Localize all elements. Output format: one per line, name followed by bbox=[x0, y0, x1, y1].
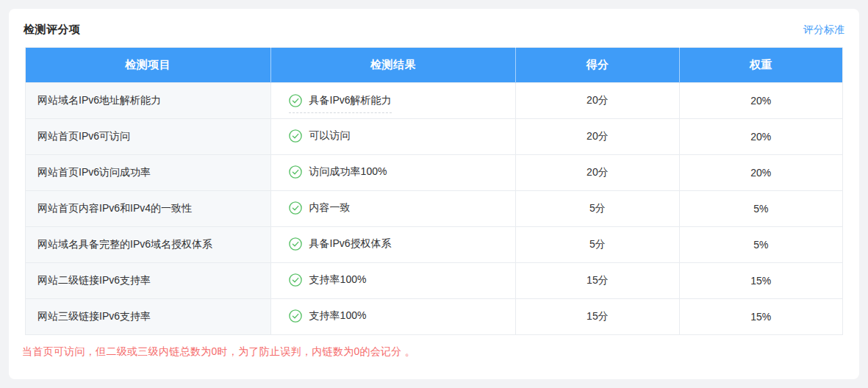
detect-result-cell: 具备IPv6解析能力 bbox=[270, 83, 516, 119]
table-row: 网站首页IPv6访问成功率 访问成功率100% 20分 20% bbox=[26, 155, 843, 191]
detect-result-label: 支持率100% bbox=[309, 273, 367, 287]
detect-result-label: 具备IPv6授权体系 bbox=[309, 237, 392, 251]
check-circle-icon bbox=[289, 273, 302, 287]
footnote-warning: 当首页可访问，但二级或三级内链总数为0时，为了防止误判，内链数为0的会记分 。 bbox=[22, 345, 846, 359]
table-row: 网站二级链接IPv6支持率 支持率100% 15分 15% bbox=[26, 263, 843, 299]
detect-result: 支持率100% bbox=[289, 273, 367, 287]
column-header-item: 检测项目 bbox=[26, 48, 271, 83]
detect-score-card: 检测评分项 评分标准 检测项目 检测结果 得分 权重 网站域名IPv6地址解析能… bbox=[9, 9, 859, 379]
weight-cell: 15% bbox=[679, 263, 842, 299]
score-cell: 20分 bbox=[516, 83, 679, 119]
detect-result-cell: 内容一致 bbox=[270, 191, 516, 227]
detect-item-cell: 网站首页内容IPv6和IPv4的一致性 bbox=[26, 191, 271, 227]
detect-result-cell: 支持率100% bbox=[270, 263, 516, 299]
score-cell: 20分 bbox=[516, 119, 679, 155]
check-circle-icon bbox=[289, 165, 302, 179]
score-standard-link[interactable]: 评分标准 bbox=[803, 24, 844, 37]
score-cell: 5分 bbox=[516, 191, 679, 227]
table-row: 网站域名IPv6地址解析能力 具备IPv6解析能力 20分 20% bbox=[26, 83, 843, 119]
detect-item-label: 网站首页IPv6访问成功率 bbox=[37, 166, 151, 178]
detect-item-label: 网站首页内容IPv6和IPv4的一致性 bbox=[37, 202, 192, 214]
weight-cell: 15% bbox=[679, 299, 842, 335]
check-circle-icon bbox=[289, 237, 302, 251]
weight-cell: 20% bbox=[679, 119, 842, 155]
detect-result: 具备IPv6授权体系 bbox=[289, 237, 392, 251]
detect-result-cell: 具备IPv6授权体系 bbox=[270, 227, 516, 263]
detect-result-label: 具备IPv6解析能力 bbox=[309, 94, 392, 107]
table-row: 网站域名具备完整的IPv6域名授权体系 具备IPv6授权体系 5分 5% bbox=[26, 227, 843, 263]
detect-result-label: 支持率100% bbox=[309, 309, 367, 323]
weight-cell: 20% bbox=[679, 83, 842, 119]
detect-item-label: 网站域名具备完整的IPv6域名授权体系 bbox=[37, 238, 212, 250]
detect-result-cell: 访问成功率100% bbox=[270, 155, 516, 191]
page-title: 检测评分项 bbox=[24, 23, 81, 37]
detect-item-label: 网站域名IPv6地址解析能力 bbox=[37, 94, 161, 106]
column-header-result: 检测结果 bbox=[270, 48, 516, 83]
score-cell: 15分 bbox=[516, 263, 679, 299]
detect-result-label: 可以访问 bbox=[309, 129, 351, 143]
detect-item-cell: 网站三级链接IPv6支持率 bbox=[26, 299, 271, 335]
detect-result-cell: 支持率100% bbox=[270, 299, 516, 335]
check-circle-icon bbox=[289, 129, 302, 143]
weight-cell: 20% bbox=[679, 155, 842, 191]
detect-item-cell: 网站域名IPv6地址解析能力 bbox=[26, 83, 271, 119]
check-circle-icon bbox=[289, 309, 302, 323]
detect-result-label: 内容一致 bbox=[309, 201, 351, 215]
weight-cell: 5% bbox=[679, 191, 842, 227]
table-row: 网站首页内容IPv6和IPv4的一致性 内容一致 5分 5% bbox=[26, 191, 843, 227]
detect-result: 可以访问 bbox=[289, 129, 351, 143]
detect-item-label: 网站二级链接IPv6支持率 bbox=[37, 274, 151, 286]
detect-item-cell: 网站首页IPv6访问成功率 bbox=[26, 155, 271, 191]
detect-result-cell: 可以访问 bbox=[270, 119, 516, 155]
check-circle-icon bbox=[289, 94, 302, 107]
detect-result: 支持率100% bbox=[289, 309, 367, 323]
table-row: 网站首页IPv6可访问 可以访问 20分 20% bbox=[26, 119, 843, 155]
detect-result: 访问成功率100% bbox=[289, 165, 387, 179]
detect-item-cell: 网站首页IPv6可访问 bbox=[26, 119, 271, 155]
score-cell: 15分 bbox=[516, 299, 679, 335]
detect-result[interactable]: 具备IPv6解析能力 bbox=[289, 94, 392, 113]
table-row: 网站三级链接IPv6支持率 支持率100% 15分 15% bbox=[26, 299, 843, 335]
detect-item-cell: 网站域名具备完整的IPv6域名授权体系 bbox=[26, 227, 271, 263]
column-header-score: 得分 bbox=[516, 48, 679, 83]
detect-item-label: 网站三级链接IPv6支持率 bbox=[37, 310, 151, 322]
check-circle-icon bbox=[289, 201, 302, 215]
detect-item-label: 网站首页IPv6可访问 bbox=[37, 130, 130, 142]
detect-item-cell: 网站二级链接IPv6支持率 bbox=[26, 263, 271, 299]
column-header-weight: 权重 bbox=[679, 48, 842, 83]
card-header: 检测评分项 评分标准 bbox=[22, 23, 846, 37]
weight-cell: 5% bbox=[679, 227, 842, 263]
detect-result: 内容一致 bbox=[289, 201, 351, 215]
score-cell: 20分 bbox=[516, 155, 679, 191]
detect-score-table: 检测项目 检测结果 得分 权重 网站域名IPv6地址解析能力 具备IPv6解析能… bbox=[25, 47, 843, 335]
detect-result-label: 访问成功率100% bbox=[309, 165, 387, 179]
score-cell: 5分 bbox=[516, 227, 679, 263]
table-header-row: 检测项目 检测结果 得分 权重 bbox=[26, 48, 843, 83]
